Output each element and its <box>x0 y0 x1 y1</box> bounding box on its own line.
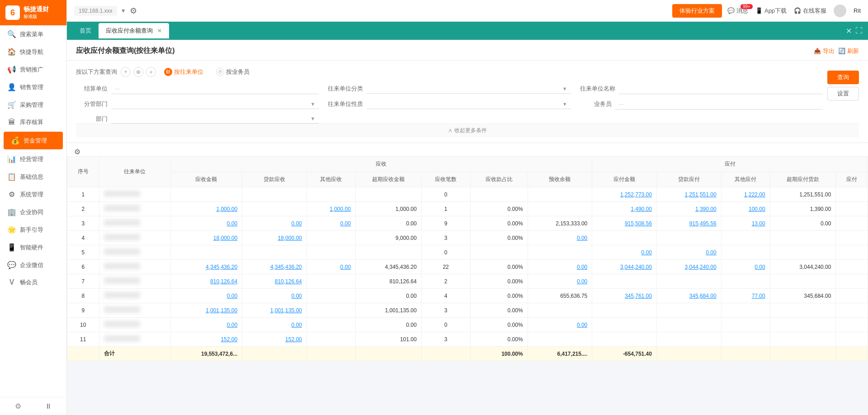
base-info-icon: 📋 <box>7 172 16 181</box>
sidebar-item-base-info[interactable]: 📋 基础信息 <box>0 168 66 186</box>
refresh-icon: 🔄 <box>838 48 845 54</box>
sidebar-item-sales[interactable]: 👤 销售管理 <box>0 78 66 96</box>
td-ap-overdue: 1,251,551.00 <box>770 187 836 202</box>
td-ar-advance: 0.00 <box>528 318 592 332</box>
sidebar-item-quick-nav[interactable]: 🏠 快捷导航 <box>0 43 66 61</box>
sidebar-item-smart-hw[interactable]: 📱 智能硬件 <box>0 239 66 256</box>
sidebar-settings-btn[interactable]: ⚙ <box>5 402 32 410</box>
th-ap-amount: 应付金额 <box>592 172 657 187</box>
home-icon: 🏠 <box>7 48 16 56</box>
sidebar-item-search-menu[interactable]: 🔍 搜索菜单 <box>0 25 66 43</box>
tab-close-icon[interactable]: ✕ <box>157 28 162 34</box>
table-row: 1 0 1,252,773.00 1,251,551.00 1,222.00 <box>67 187 868 202</box>
scheme-left-btn[interactable]: « <box>146 67 156 77</box>
sidebar-item-system[interactable]: ⚙ 系统管理 <box>0 186 66 203</box>
td-ar-count: 2 <box>421 274 470 289</box>
filter-schemes-label: 按以下方案查询 <box>76 68 117 76</box>
td-ar-count: 3 <box>421 332 470 347</box>
sidebar-label-purchase: 采购管理 <box>20 101 43 109</box>
collapse-icon: ∧ <box>448 127 453 134</box>
settlement-unit-input[interactable]: ··· <box>111 83 319 94</box>
td-ap-amount: 345,761.00 <box>592 289 657 303</box>
salesperson-input[interactable]: ··· <box>615 99 823 110</box>
tab-close-window-btn[interactable]: ✕ <box>846 27 852 35</box>
td-ar-ratio: 0.00% <box>470 303 528 318</box>
settings-btn[interactable]: 设置 <box>827 87 859 100</box>
td-ar-overdue: 0.00 <box>355 318 421 332</box>
td-ar-amount <box>170 187 242 202</box>
td-ap-other: 100.00 <box>721 202 770 216</box>
collapse-bar[interactable]: ∧ 收起更多条件 <box>76 124 859 137</box>
main-area: 192.168.1.xxx ▼ ⚙ 体验行业方案 💬 消息 99+ 📱 App下… <box>67 0 868 415</box>
table-settings-icon[interactable]: ⚙ <box>74 148 80 156</box>
th-customer: 往来单位 <box>99 157 170 187</box>
td-total-ap-extra <box>836 347 868 361</box>
td-ar-other <box>307 231 355 245</box>
td-customer <box>99 231 170 245</box>
sidebar-item-operations[interactable]: 📊 经营管理 <box>0 150 66 168</box>
header-right: 💬 消息 99+ 📱 App下载 🎧 在线客服 Rit <box>727 5 861 17</box>
th-ap-group: 应付 <box>592 157 868 172</box>
sidebar-item-purchase[interactable]: 🛒 采购管理 <box>0 96 66 114</box>
header-gear-btn[interactable]: ⚙ <box>130 6 137 16</box>
sidebar-item-finance[interactable]: 💰 资金管理 <box>4 132 63 149</box>
td-ap-extra <box>836 216 868 231</box>
td-row-num: 8 <box>67 289 99 303</box>
tabs-bar: 首页 应收应付余额查询 ✕ ✕ ⛶ <box>67 22 868 40</box>
tab-expand-btn[interactable]: ⛶ <box>855 27 863 35</box>
td-ar-count: 0 <box>421 245 470 260</box>
sidebar-item-member[interactable]: V 畅会员 <box>0 274 66 291</box>
member-icon: V <box>7 278 16 286</box>
sidebar-item-guide[interactable]: 🌟 新手引导 <box>0 221 66 239</box>
td-ar-count: 4 <box>421 289 470 303</box>
scrollable-table[interactable]: 序号 往来单位 应收 应付 应收金额 贷款应收 其他应收 超期应收金额 应收笔数… <box>67 156 868 361</box>
page-title: 应收应付余额查询(按往来单位) <box>76 46 175 56</box>
td-ar-ratio: 0.00% <box>470 216 528 231</box>
user-avatar[interactable] <box>834 5 846 17</box>
dept-chevron-icon: ▼ <box>310 101 315 107</box>
sidebar-label-system: 系统管理 <box>20 191 43 199</box>
finance-icon: 💰 <box>11 136 20 145</box>
sidebar-item-enterprise-wx[interactable]: 💬 企业微信 <box>0 256 66 274</box>
customer-category-label: 往来单位分类 <box>328 85 363 93</box>
scheme-add-btn[interactable]: + <box>121 67 131 77</box>
td-ar-count: 3 <box>421 303 470 318</box>
td-customer <box>99 289 170 303</box>
td-ap-amount: 0.00 <box>592 245 657 260</box>
td-ar-count: 9 <box>421 216 470 231</box>
td-ar-advance: 0.00 <box>528 274 592 289</box>
customer-category-select[interactable]: ▼ <box>367 84 571 94</box>
guide-icon: 🌟 <box>7 225 16 234</box>
online-service-btn[interactable]: 🎧 在线客服 <box>794 7 826 15</box>
sidebar-collapse-btn[interactable]: ⏸ <box>35 402 62 410</box>
refresh-btn[interactable]: 🔄 刷新 <box>838 47 859 55</box>
scheme-by-customer[interactable]: 财 按往来单位 <box>160 66 208 78</box>
td-ap-overdue: 345,684.00 <box>770 289 836 303</box>
tab-ar-ap[interactable]: 应收应付余额查询 ✕ <box>99 23 169 38</box>
scheme1-label: 按往来单位 <box>174 68 203 76</box>
messages-btn[interactable]: 💬 消息 99+ <box>727 7 748 15</box>
tab-home[interactable]: 首页 <box>72 23 99 38</box>
export-btn[interactable]: 📤 导出 <box>814 47 835 55</box>
page-actions: 📤 导出 🔄 刷新 <box>814 47 859 55</box>
app-download-btn[interactable]: 📱 App下载 <box>755 7 787 15</box>
td-ar-overdue <box>355 187 421 202</box>
supervisor-dept-select[interactable]: ▼ <box>111 100 319 109</box>
industry-btn[interactable]: 体验行业方案 <box>672 4 722 18</box>
sidebar-item-marketing[interactable]: 📢 营销推广 <box>0 61 66 78</box>
th-ar-overdue: 超期应收金额 <box>355 172 421 187</box>
table-row: 8 0.00 0.00 0.00 4 0.00% 655,636.75 345,… <box>67 289 868 303</box>
sidebar-label-sales: 销售管理 <box>20 83 43 91</box>
scheme-grid-btn[interactable]: ⊕ <box>133 67 143 77</box>
category-chevron-icon: ▼ <box>562 86 567 91</box>
customer-name-input[interactable] <box>619 83 823 94</box>
department-select[interactable]: ▼ <box>111 114 319 124</box>
settlement-unit-label: 结算单位 <box>76 85 108 93</box>
sidebar-item-enterprise[interactable]: 🏢 企业协同 <box>0 203 66 221</box>
td-total-ap-overdue <box>770 347 836 361</box>
table-row: 2 1,000.00 1,000.00 1,000.00 1 0.00% 1,4… <box>67 202 868 216</box>
query-btn[interactable]: 查询 <box>827 71 859 84</box>
customer-nature-select[interactable]: ▼ <box>367 100 571 109</box>
scheme-by-salesperson[interactable]: ⏱ 按业务员 <box>212 66 254 78</box>
sidebar-item-inventory[interactable]: 🏛 库存核算 <box>0 114 66 131</box>
